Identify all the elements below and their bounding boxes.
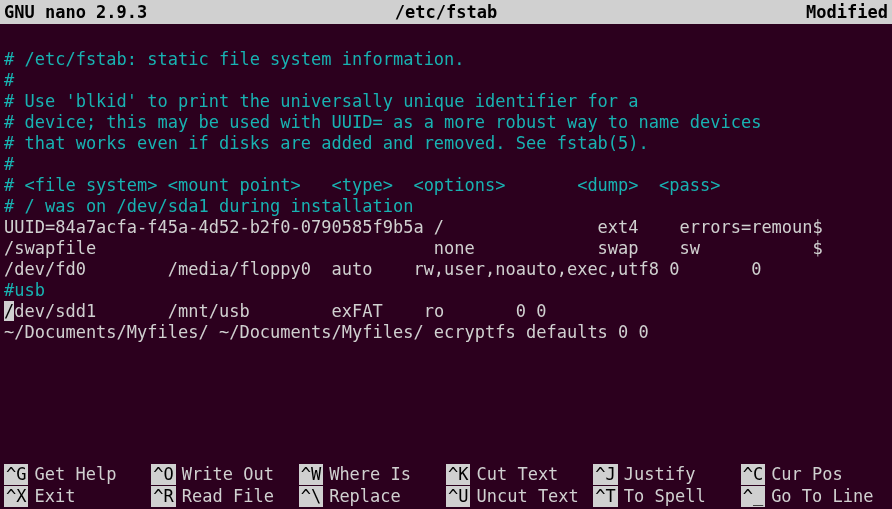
shortcut-key: ^\ [299,486,323,507]
shortcut-label: Cur Pos [771,464,843,485]
shortcut-item[interactable]: ^JJustify [593,463,740,485]
shortcut-row-1: ^GGet Help^OWrite Out^WWhere Is^KCut Tex… [4,463,888,485]
shortcut-key: ^_ [741,486,765,507]
shortcut-key: ^R [151,486,175,507]
app-name: GNU nano 2.9.3 [4,2,147,23]
modified-status: Modified [806,2,888,23]
shortcut-label: Justify [624,464,696,485]
shortcut-label: Where Is [329,464,411,485]
editor-line[interactable]: # / was on /dev/sda1 during installation [4,196,888,217]
editor-line[interactable]: # <file system> <mount point> <type> <op… [4,175,888,196]
shortcut-item[interactable]: ^TTo Spell [593,485,740,507]
shortcut-label: Exit [34,486,75,507]
editor-line[interactable]: # [4,154,888,175]
shortcut-label: Write Out [182,464,274,485]
shortcut-item[interactable]: ^WWhere Is [299,463,446,485]
shortcut-item[interactable]: ^_Go To Line [741,485,888,507]
shortcut-label: Replace [329,486,401,507]
editor-line[interactable]: # that works even if disks are added and… [4,133,888,154]
shortcut-key: ^J [593,464,617,485]
shortcut-label: Uncut Text [476,486,578,507]
editor-line[interactable]: # device; this may be used with UUID= as… [4,112,888,133]
shortcut-item[interactable]: ^KCut Text [446,463,593,485]
shortcut-item[interactable]: ^RRead File [151,485,298,507]
shortcut-label: Cut Text [476,464,558,485]
shortcut-item[interactable]: ^OWrite Out [151,463,298,485]
editor-line[interactable]: UUID=84a7acfa-f45a-4d52-b2f0-0790585f9b5… [4,217,888,238]
shortcut-key: ^C [741,464,765,485]
shortcut-item[interactable]: ^GGet Help [4,463,151,485]
shortcut-key: ^G [4,464,28,485]
editor-line[interactable]: # /etc/fstab: static file system informa… [4,49,888,70]
title-bar: GNU nano 2.9.3 /etc/fstab Modified [0,0,892,24]
shortcut-row-2: ^XExit^RRead File^\Replace^UUncut Text^T… [4,485,888,507]
shortcut-label: Go To Line [771,486,873,507]
editor-line[interactable]: /swapfile none swap sw $ [4,238,888,259]
shortcut-item[interactable]: ^CCur Pos [741,463,888,485]
shortcut-label: To Spell [624,486,706,507]
shortcut-item[interactable]: ^XExit [4,485,151,507]
shortcut-label: Read File [182,486,274,507]
editor-line[interactable]: # Use 'blkid' to print the universally u… [4,91,888,112]
editor-line[interactable]: /dev/fd0 /media/floppy0 auto rw,user,noa… [4,259,888,280]
shortcut-bar: ^GGet Help^OWrite Out^WWhere Is^KCut Tex… [0,463,892,509]
cursor: / [4,301,14,321]
editor-line[interactable]: ~/Documents/Myfiles/ ~/Documents/Myfiles… [4,322,888,343]
shortcut-key: ^W [299,464,323,485]
editor-area[interactable]: # /etc/fstab: static file system informa… [0,24,892,343]
shortcut-item[interactable]: ^\Replace [299,485,446,507]
editor-line[interactable]: #usb [4,280,888,301]
editor-line[interactable]: /dev/sdd1 /mnt/usb exFAT ro 0 0 [4,301,888,322]
shortcut-key: ^K [446,464,470,485]
shortcut-key: ^U [446,486,470,507]
shortcut-item[interactable]: ^UUncut Text [446,485,593,507]
shortcut-label: Get Help [34,464,116,485]
editor-line[interactable]: # [4,70,888,91]
shortcut-key: ^O [151,464,175,485]
shortcut-key: ^T [593,486,617,507]
shortcut-key: ^X [4,486,28,507]
